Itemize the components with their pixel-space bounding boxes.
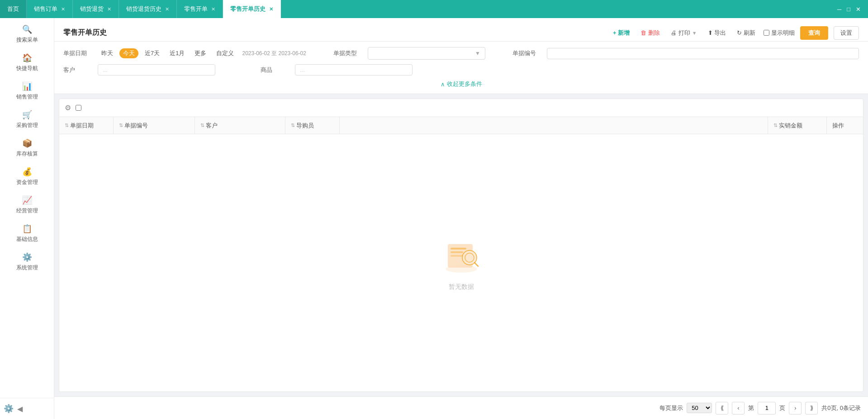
filter-area: 单据日期 昨天 今天 近7天 近1月 更多 自定义 2023-06-02 至 2… xyxy=(54,42,868,94)
th-date[interactable]: ⇅ 单据日期 xyxy=(59,117,114,134)
customer-select[interactable]: ... xyxy=(98,64,215,75)
empty-icon xyxy=(439,235,484,276)
sidebar-item-finance-label: 资金管理 xyxy=(16,179,38,186)
date-btn-last1month[interactable]: 近1月 xyxy=(166,48,188,58)
delete-button[interactable]: 🗑 删除 xyxy=(638,27,663,39)
display-toggle[interactable]: 显示明细 xyxy=(764,29,795,37)
toolbar: + 新增 🗑 删除 🖨 打印 ▼ ⬆ 导出 ↻ 刷新 显示明细 查询 设置 xyxy=(610,26,859,40)
th-customer[interactable]: ⇅ 客户 xyxy=(195,117,285,134)
sidebar-collapse-icon[interactable]: ◀ xyxy=(17,405,23,413)
collapse-row[interactable]: ∧ 收起更多条件 xyxy=(63,80,859,88)
top-tabbar: 首页 销售订单 ✕ 销货退货 ✕ 销货退货历史 ✕ 零售开单 ✕ 零售开单历史 … xyxy=(0,0,868,18)
base-icon: 📋 xyxy=(22,224,32,234)
print-button[interactable]: 🖨 打印 ▼ xyxy=(668,27,700,39)
tab-home[interactable]: 首页 xyxy=(0,0,27,18)
query-button[interactable]: 查询 xyxy=(800,26,828,40)
maximize-button[interactable]: □ xyxy=(847,6,850,13)
sort-number-icon: ⇅ xyxy=(119,122,123,128)
tab-sales-return-history[interactable]: 销货退货历史 ✕ xyxy=(119,0,177,18)
tab-retail-open[interactable]: 零售开单 ✕ xyxy=(177,0,223,18)
date-label: 单据日期 xyxy=(63,49,89,57)
number-label: 单据编号 xyxy=(512,49,538,57)
sidebar-item-inventory[interactable]: 📦 库存核算 xyxy=(0,134,54,162)
sidebar-item-base-label: 基础信息 xyxy=(16,235,38,243)
close-tab-sales-return[interactable]: ✕ xyxy=(107,6,111,12)
sort-date-icon: ⇅ xyxy=(65,122,69,128)
sidebar-item-base[interactable]: 📋 基础信息 xyxy=(0,219,54,248)
tab-retail-open-history[interactable]: 零售开单历史 ✕ xyxy=(223,0,281,18)
display-checkbox[interactable] xyxy=(764,30,769,36)
tab-sales-order[interactable]: 销售订单 ✕ xyxy=(27,0,73,18)
svg-rect-2 xyxy=(451,248,466,250)
empty-label: 暂无数据 xyxy=(449,283,474,291)
date-btn-last7[interactable]: 近7天 xyxy=(141,48,163,58)
sidebar-item-search[interactable]: 🔍 搜索采单 xyxy=(0,20,54,48)
empty-state: 暂无数据 xyxy=(59,134,863,391)
filter-row-2: 客户 ... 商品 ... xyxy=(63,64,859,75)
per-page-label: 每页显示 xyxy=(659,404,683,412)
next-page-btn[interactable]: › xyxy=(789,402,802,414)
close-tab-sales-return-history[interactable]: ✕ xyxy=(165,6,169,12)
add-button[interactable]: + 新增 xyxy=(610,27,632,39)
last-page-btn[interactable]: ⟫ xyxy=(805,402,818,414)
date-btn-custom[interactable]: 自定义 xyxy=(213,48,237,58)
sidebar-item-nav[interactable]: 🏠 快捷导航 xyxy=(0,48,54,77)
date-btn-yesterday[interactable]: 昨天 xyxy=(98,48,117,58)
th-salesperson[interactable]: ⇅ 导购员 xyxy=(285,117,340,134)
collapse-up-icon: ∧ xyxy=(441,81,445,88)
sort-salesperson-icon: ⇅ xyxy=(291,122,295,128)
sidebar-item-purchase[interactable]: 🛒 采购管理 xyxy=(0,105,54,134)
collapse-label: 收起更多条件 xyxy=(447,80,482,88)
th-number[interactable]: ⇅ 单据编号 xyxy=(114,117,195,134)
date-options: 昨天 今天 近7天 近1月 更多 自定义 2023-06-02 至 2023-0… xyxy=(98,48,306,58)
tab-sales-return[interactable]: 销货退货 ✕ xyxy=(73,0,119,18)
th-amount[interactable]: ⇅ 实销金额 xyxy=(768,117,827,134)
sidebar-settings-icon[interactable]: ⚙️ xyxy=(4,404,14,414)
collapse-btn[interactable]: ∧ 收起更多条件 xyxy=(441,80,482,88)
close-tab-retail-open-history[interactable]: ✕ xyxy=(269,6,273,12)
number-input[interactable] xyxy=(547,48,859,59)
purchase-icon: 🛒 xyxy=(22,110,32,120)
close-button[interactable]: ✕ xyxy=(856,6,861,13)
svg-line-7 xyxy=(474,263,478,266)
sidebar-item-sales-label: 销售管理 xyxy=(16,93,38,101)
per-page-select[interactable]: 50 100 200 xyxy=(687,403,712,413)
page-input[interactable] xyxy=(758,402,776,414)
export-button[interactable]: ⬆ 导出 xyxy=(705,27,729,39)
select-all-checkbox[interactable] xyxy=(76,105,81,111)
inventory-icon: 📦 xyxy=(22,138,32,148)
filter-row-1: 单据日期 昨天 今天 近7天 近1月 更多 自定义 2023-06-02 至 2… xyxy=(63,47,859,60)
sidebar-item-finance[interactable]: 💰 资金管理 xyxy=(0,162,54,191)
close-tab-sales-order[interactable]: ✕ xyxy=(61,6,65,12)
pagination: 每页显示 50 100 200 ⟪ ‹ 第 页 › ⟫ 共0页, 0条记录 xyxy=(54,396,868,419)
goods-label: 商品 xyxy=(261,66,286,74)
goods-select[interactable]: ... xyxy=(295,64,413,75)
refresh-button[interactable]: ↻ 刷新 xyxy=(734,27,758,39)
date-btn-more[interactable]: 更多 xyxy=(191,48,210,58)
type-label: 单据类型 xyxy=(333,49,359,57)
home-icon: 🏠 xyxy=(22,53,32,63)
window-controls: ─ □ ✕ xyxy=(837,6,868,13)
sidebar: 🔍 搜索采单 🏠 快捷导航 📊 销售管理 🛒 采购管理 📦 库存核算 💰 资金管… xyxy=(0,18,54,419)
sidebar-item-search-label: 搜索采单 xyxy=(16,36,38,44)
column-settings-icon[interactable]: ⚙ xyxy=(65,104,71,112)
table-container: ⚙ ⇅ 单据日期 ⇅ 单据编号 ⇅ 客户 ⇅ 导购员 xyxy=(59,99,863,392)
type-select[interactable]: ▼ xyxy=(368,47,485,60)
finance-icon: 💰 xyxy=(22,167,32,177)
system-icon: ⚙️ xyxy=(22,252,32,262)
minimize-button[interactable]: ─ xyxy=(837,6,841,13)
page-title: 零售开单历史 xyxy=(63,28,107,38)
sales-icon: 📊 xyxy=(22,81,32,91)
close-tab-retail-open[interactable]: ✕ xyxy=(211,6,215,12)
first-page-btn[interactable]: ⟪ xyxy=(716,402,728,414)
sidebar-item-operation[interactable]: 📈 经营管理 xyxy=(0,191,54,219)
date-btn-today[interactable]: 今天 xyxy=(119,48,138,58)
th-action: 操作 xyxy=(827,117,863,134)
table-header: ⇅ 单据日期 ⇅ 单据编号 ⇅ 客户 ⇅ 导购员 ⇅ 实销 xyxy=(59,117,863,134)
prev-page-btn[interactable]: ‹ xyxy=(732,402,745,414)
sidebar-item-system[interactable]: ⚙️ 系统管理 xyxy=(0,248,54,276)
search-icon: 🔍 xyxy=(22,24,32,34)
sidebar-item-sales[interactable]: 📊 销售管理 xyxy=(0,77,54,105)
print-dropdown-icon: ▼ xyxy=(692,30,697,36)
settings-button[interactable]: 设置 xyxy=(834,26,859,40)
